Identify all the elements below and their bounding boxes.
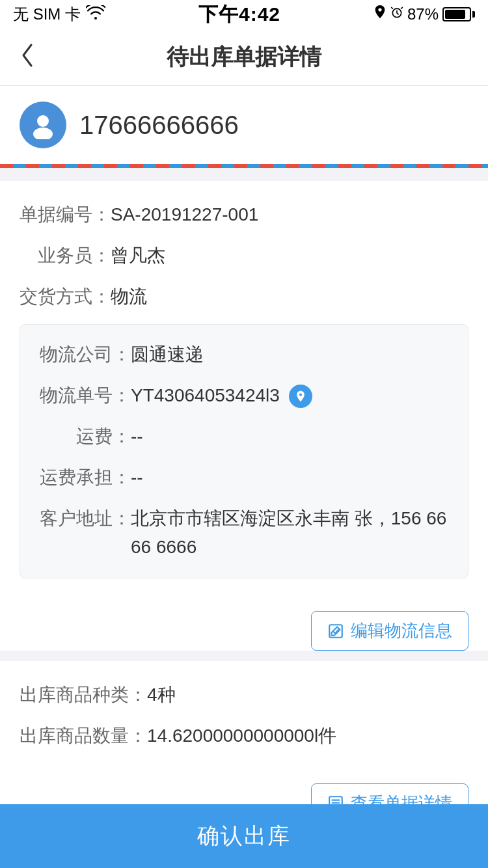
- status-right: 87%: [373, 5, 475, 23]
- tracking-number-text: YT43064053424l3: [131, 381, 280, 411]
- freight-bearer-value: --: [131, 463, 448, 493]
- confirm-button-container: 确认出库: [0, 804, 488, 868]
- freight-row: 运费： --: [40, 422, 448, 452]
- status-bar: 无 SIM 卡 下午4:42: [0, 0, 488, 29]
- freight-label: 运费：: [40, 422, 131, 452]
- logistics-card: 物流公司： 圆通速递 物流单号： YT43064053424l3 运费： --: [20, 324, 468, 578]
- freight-value: --: [131, 422, 448, 452]
- goods-type-value: 4种: [147, 681, 468, 710]
- page-title: 待出库单据详情: [167, 42, 321, 72]
- document-number-value: SA-20191227-001: [111, 200, 468, 230]
- document-number-label: 单据编号：: [20, 200, 111, 230]
- delivery-method-label: 交货方式：: [20, 282, 111, 312]
- user-phone: 17666666666: [79, 111, 239, 140]
- tracking-number-row: 物流单号： YT43064053424l3: [40, 381, 448, 411]
- dashed-divider: [0, 164, 488, 168]
- location-status-icon: [373, 5, 386, 23]
- carrier-text: 无 SIM 卡: [13, 4, 81, 25]
- sales-person-row: 业务员： 曾凡杰: [20, 241, 468, 271]
- delivery-method-row: 交货方式： 物流: [20, 282, 468, 312]
- logistics-company-value: 圆通速递: [131, 340, 448, 370]
- address-label: 客户地址：: [40, 504, 131, 534]
- tracking-number-label: 物流单号：: [40, 381, 131, 411]
- freight-bearer-row: 运费承担： --: [40, 463, 448, 493]
- nav-bar: 待出库单据详情: [0, 29, 488, 86]
- edit-logistics-button[interactable]: 编辑物流信息: [311, 611, 468, 651]
- address-value: 北京市市辖区海淀区永丰南 张，156 6666 6666: [131, 504, 448, 563]
- tracking-location-icon[interactable]: [289, 385, 312, 408]
- time-display: 下午4:42: [198, 1, 280, 28]
- back-button[interactable]: [20, 42, 35, 72]
- goods-type-label: 出库商品种类：: [20, 681, 147, 710]
- delivery-method-value: 物流: [111, 282, 468, 312]
- sales-person-value: 曾凡杰: [111, 241, 468, 271]
- battery-percent: 87%: [407, 5, 439, 23]
- logistics-company-row: 物流公司： 圆通速递: [40, 340, 448, 370]
- document-info-section: 单据编号： SA-20191227-001 业务员： 曾凡杰 交货方式： 物流 …: [0, 181, 488, 598]
- svg-point-1: [37, 115, 49, 127]
- logistics-company-label: 物流公司：: [40, 340, 131, 370]
- edit-logistics-label: 编辑物流信息: [351, 619, 452, 642]
- edit-button-row: 编辑物流信息: [0, 598, 488, 651]
- user-row: 17666666666: [0, 86, 488, 164]
- goods-quantity-label: 出库商品数量：: [20, 722, 147, 751]
- goods-info-section: 出库商品种类： 4种 出库商品数量： 14.62000000000000l件: [0, 661, 488, 770]
- tracking-number-value: YT43064053424l3: [131, 381, 448, 411]
- section-divider-1: [0, 651, 488, 661]
- address-row: 客户地址： 北京市市辖区海淀区永丰南 张，156 6666 6666: [40, 504, 448, 563]
- freight-bearer-label: 运费承担：: [40, 463, 131, 493]
- battery-icon: [442, 7, 475, 21]
- goods-quantity-row: 出库商品数量： 14.62000000000000l件: [20, 722, 468, 751]
- goods-quantity-value: 14.62000000000000l件: [147, 722, 468, 751]
- confirm-button[interactable]: 确认出库: [197, 823, 291, 848]
- document-number-row: 单据编号： SA-20191227-001: [20, 200, 468, 230]
- alarm-icon: [390, 5, 403, 23]
- sales-person-label: 业务员：: [20, 241, 111, 271]
- svg-point-2: [33, 128, 53, 139]
- wifi-icon: [86, 5, 105, 23]
- status-left: 无 SIM 卡: [13, 4, 105, 25]
- goods-type-row: 出库商品种类： 4种: [20, 681, 468, 710]
- avatar: [20, 102, 66, 148]
